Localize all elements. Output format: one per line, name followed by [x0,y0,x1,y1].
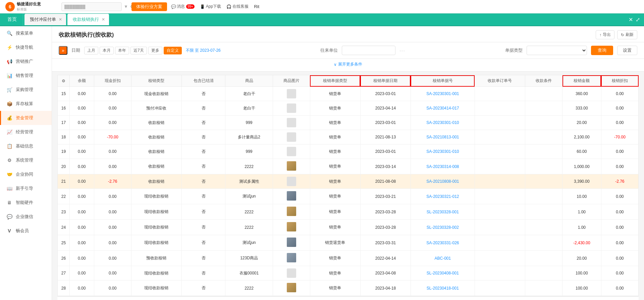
sidebar-item-basic[interactable]: 📋 基础信息 [0,139,52,153]
sidebar-item-quicknav[interactable]: ⚡ 快捷导航 [0,40,52,54]
expand-more-button[interactable]: ∨ 展开更多条件 [330,60,366,69]
maximize-icon[interactable]: ⤢ [636,16,640,23]
sidebar-item-search[interactable]: 🔍 搜索菜单 [0,26,52,40]
cell-balance: 0.00 [70,101,94,116]
cell-writeoff-amount: 1.00 [562,204,601,220]
main-table: ⚙ 余额 现金折扣 核销类型 包含已结清 商品 商品图片 核销单据类型 核销单据… [57,75,639,296]
bill-no-link[interactable]: SA-20230301-010 [426,149,459,154]
cell-receipt-condition [525,159,562,174]
bill-no-link[interactable]: SA-20230414-017 [426,106,459,111]
setting-button[interactable]: 设置 [617,46,637,55]
bill-no-link[interactable]: SA-20210808-001 [426,179,459,184]
cell-product-image [273,116,310,130]
cell-product: 测试jun [225,235,273,251]
cell-receipt-condition [525,266,562,281]
cell-writeoff-discount: 0.00 [601,101,638,116]
refresh-button[interactable]: ↻ 刷新 [617,30,637,39]
export-button[interactable]: ↑ 导出 [596,30,614,39]
cell-receipt-condition [525,281,562,296]
cell-id: 23 [58,204,70,220]
date-btn-this-month[interactable]: 本月 [100,47,114,54]
sidebar: 🔍 搜索菜单 ⚡ 快捷导航 📢 营销推广 📊 销售管理 🛒 采购管理 📦 库存核… [0,26,52,300]
cell-writeoff-date: 2023-04-08 [360,266,411,281]
bill-no-link[interactable]: SA-20210813-001 [426,135,459,139]
sidebar-item-guide[interactable]: 📖 新手引导 [0,181,52,196]
cell-included-settled: 否 [181,251,225,266]
table-row: 26 0.00 0.00 预收款核销 否 123D商品 销货单 2022-04-… [58,251,639,266]
cell-writeoff-bill-type: 销货单 [310,159,360,174]
date-btn-more[interactable]: 更多 [148,47,162,54]
query-button[interactable]: 查询 [591,46,613,55]
cell-product: 多计量商品2 [225,130,273,144]
tab-writeoff[interactable]: 收款核销执行 ✕ [67,14,109,25]
cell-product: 999 [225,144,273,159]
bill-no-link[interactable]: SL-20230328-002 [427,225,459,230]
cell-writeoff-type: 收款核销 [131,130,181,144]
cell-receipt-order-no [475,281,525,296]
solution-button[interactable]: 体验行业方案 [131,2,167,11]
cell-writeoff-amount: -2,430.00 [562,235,601,251]
from-unit-input[interactable] [342,46,395,55]
sidebar-item-purchase[interactable]: 🛒 采购管理 [0,83,52,97]
cell-writeoff-bill-no: SA-20210813-001 [411,130,475,144]
tab-bar-controls[interactable]: ✕ ⤢ [629,16,644,23]
bill-no-link[interactable]: SA-20230321-012 [426,194,459,199]
tab-prepay[interactable]: 预付冲应付单 ✕ [24,14,66,25]
sidebar-item-inventory[interactable]: 📦 库存核算 [0,97,52,111]
message-icon[interactable]: 💬 消息 99+ [171,4,195,9]
sidebar-item-finance[interactable]: 💰 资金管理 [0,111,52,125]
date-range-text: 不限 至 2023-07-26 [186,48,221,53]
sidebar-item-hardware[interactable]: 🖥 智能硬件 [0,196,52,210]
more-conditions-bar: ∨ 展开更多条件 [52,59,644,72]
app-download-link[interactable]: 📱 App下载 [200,4,221,9]
tab-close-prepay[interactable]: ✕ [59,17,62,22]
bill-no-link[interactable]: SA-20230331-026 [426,241,459,245]
search-area[interactable]: ████████ ▼ ⚙ [61,2,127,11]
sidebar-item-member[interactable]: V 畅会员 [0,224,52,238]
table-row: 21 0.00 -2.76 收款核销 否 测试多属性 销货单 2021-08-0… [58,174,639,189]
bill-no-link[interactable]: SA-20230301-010 [426,120,459,125]
receipt-type-select[interactable] [527,46,587,55]
sidebar-item-wechat[interactable]: 💬 企业微信 [0,210,52,224]
logo-area: 6 畅捷通好生意 标准版 [5,1,57,12]
sidebar-item-system[interactable]: ⚙ 系统管理 [0,153,52,167]
sidebar-item-marketing[interactable]: 📢 营销推广 [0,54,52,69]
cell-cash-discount: 0.00 [94,159,131,174]
tab-home[interactable]: 首页 [1,13,23,26]
date-btn-custom[interactable]: 自定义 [164,47,182,54]
bill-no-link[interactable]: ABC-001 [434,256,451,261]
cell-writeoff-type: 收款核销 [131,174,181,189]
cell-writeoff-discount: -2.76 [601,174,638,189]
cell-balance: 0.00 [70,159,94,174]
tab-close-writeoff[interactable]: ✕ [102,17,105,22]
close-tab-icon[interactable]: ✕ [629,16,633,23]
cell-writeoff-amount: 3,390.00 [562,174,601,189]
sidebar-item-sales[interactable]: 📊 销售管理 [0,69,52,83]
col-setting[interactable]: ⚙ [58,75,70,87]
cell-receipt-order-no [475,189,525,204]
bill-no-link[interactable]: SL-20230408-001 [427,271,459,275]
guide-icon: 📖 [6,185,12,191]
cell-writeoff-discount: 0.00 [601,235,638,251]
cell-included-settled: 否 [181,87,225,101]
bill-no-link[interactable]: SA-20230314-008 [426,164,459,169]
date-btn-this-year[interactable]: 本年 [115,47,129,54]
sidebar-item-operation[interactable]: 📈 经营管理 [0,125,52,139]
search-box[interactable]: ████████ [61,2,122,11]
cell-product-image [273,159,310,174]
cell-product: 老白干 [225,87,273,101]
date-quick-buttons: 上月 本月 本年 近7天 更多 自定义 [84,47,182,54]
bill-no-link[interactable]: SL-20230328-001 [427,210,459,214]
filter-expand-button[interactable]: » [59,46,67,55]
cell-receipt-order-no [475,220,525,235]
system-icon: ⚙ [6,157,12,163]
bill-no-link[interactable]: SL-20230418-001 [427,286,459,291]
bill-no-link[interactable]: SA-20230301-001 [426,91,459,96]
cell-writeoff-amount: 100.00 [562,266,601,281]
online-service-link[interactable]: 🎧 在线客服 [226,4,249,9]
date-btn-last-month[interactable]: 上月 [84,47,98,54]
sidebar-item-collab[interactable]: 🤝 企业协同 [0,167,52,181]
cell-receipt-condition [525,101,562,116]
date-btn-7days[interactable]: 近7天 [130,47,147,54]
dropdown-icon[interactable]: ▼ [124,4,128,9]
